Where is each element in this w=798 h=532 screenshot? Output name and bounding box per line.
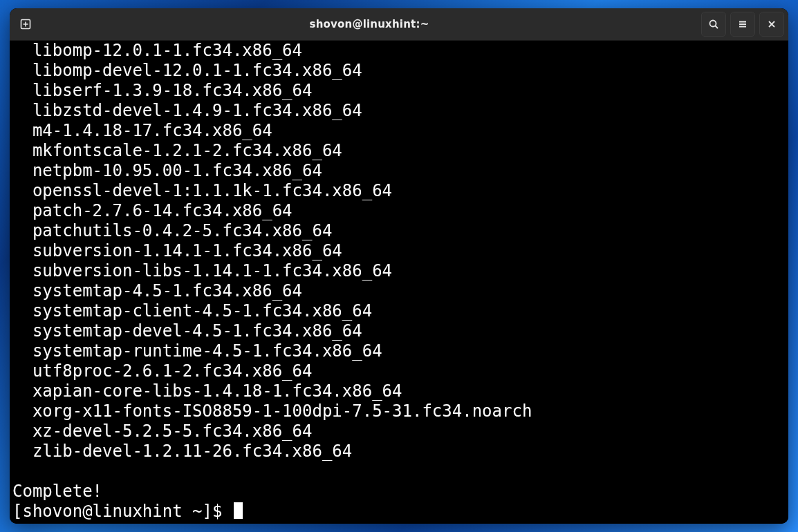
package-line: libserf-1.3.9-18.fc34.x86_64 — [12, 81, 786, 101]
package-name: systemtap-devel-4.5-1.fc34.x86_64 — [33, 321, 362, 341]
terminal-window: shovon@linuxhint:~ — [10, 8, 788, 524]
package-line: subversion-1.14.1-1.fc34.x86_64 — [12, 241, 786, 261]
package-name: mkfontscale-1.2.1-2.fc34.x86_64 — [33, 141, 342, 160]
package-line: openssl-devel-1:1.1.1k-1.fc34.x86_64 — [12, 181, 786, 201]
package-line: patchutils-0.4.2-5.fc34.x86_64 — [12, 221, 786, 241]
package-line: xapian-core-libs-1.4.18-1.fc34.x86_64 — [12, 381, 786, 401]
status-line: Complete! — [12, 482, 786, 502]
prompt-text: [shovon@linuxhint ~]$ — [12, 502, 232, 521]
package-name: utf8proc-2.6.1-2.fc34.x86_64 — [33, 361, 313, 381]
window-title: shovon@linuxhint:~ — [41, 18, 697, 30]
blank-line — [12, 462, 786, 482]
package-name: systemtap-runtime-4.5-1.fc34.x86_64 — [33, 341, 382, 361]
package-line: libomp-devel-12.0.1-1.fc34.x86_64 — [12, 61, 786, 81]
package-line: xz-devel-5.2.5-5.fc34.x86_64 — [12, 421, 786, 441]
package-line: mkfontscale-1.2.1-2.fc34.x86_64 — [12, 141, 786, 161]
package-name: subversion-1.14.1-1.fc34.x86_64 — [33, 241, 342, 260]
package-line: subversion-libs-1.14.1-1.fc34.x86_64 — [12, 261, 786, 281]
package-name: patchutils-0.4.2-5.fc34.x86_64 — [33, 221, 332, 240]
package-name: netpbm-10.95.00-1.fc34.x86_64 — [33, 161, 322, 180]
package-name: patch-2.7.6-14.fc34.x86_64 — [33, 201, 293, 220]
titlebar: shovon@linuxhint:~ — [10, 8, 788, 41]
package-name: subversion-libs-1.14.1-1.fc34.x86_64 — [33, 261, 392, 281]
menu-button[interactable] — [730, 12, 755, 37]
search-button[interactable] — [701, 12, 726, 37]
package-name: systemtap-4.5-1.fc34.x86_64 — [33, 281, 302, 301]
package-name: m4-1.4.18-17.fc34.x86_64 — [33, 121, 272, 140]
package-name: libomp-devel-12.0.1-1.fc34.x86_64 — [33, 61, 362, 80]
package-name: libserf-1.3.9-18.fc34.x86_64 — [33, 81, 313, 100]
package-name: systemtap-client-4.5-1.fc34.x86_64 — [33, 301, 372, 321]
package-line: systemtap-4.5-1.fc34.x86_64 — [12, 281, 786, 301]
package-name: zlib-devel-1.2.11-26.fc34.x86_64 — [33, 441, 352, 461]
package-line: m4-1.4.18-17.fc34.x86_64 — [12, 121, 786, 141]
package-line: systemtap-devel-4.5-1.fc34.x86_64 — [12, 321, 786, 341]
package-name: xorg-x11-fonts-ISO8859-1-100dpi-7.5-31.f… — [33, 401, 532, 421]
svg-line-4 — [716, 26, 718, 29]
new-tab-button[interactable] — [14, 12, 37, 36]
package-line: utf8proc-2.6.1-2.fc34.x86_64 — [12, 361, 786, 381]
package-name: xapian-core-libs-1.4.18-1.fc34.x86_64 — [33, 381, 402, 401]
package-line: libomp-12.0.1-1.fc34.x86_64 — [12, 41, 786, 61]
package-line: xorg-x11-fonts-ISO8859-1-100dpi-7.5-31.f… — [12, 401, 786, 421]
package-line: libzstd-devel-1.4.9-1.fc34.x86_64 — [12, 101, 786, 121]
package-line: netpbm-10.95.00-1.fc34.x86_64 — [12, 161, 786, 181]
prompt-line[interactable]: [shovon@linuxhint ~]$ — [12, 502, 786, 522]
package-line: patch-2.7.6-14.fc34.x86_64 — [12, 201, 786, 221]
package-line: zlib-devel-1.2.11-26.fc34.x86_64 — [12, 441, 786, 462]
svg-point-3 — [710, 21, 716, 27]
cursor — [234, 502, 243, 519]
close-button[interactable] — [759, 12, 784, 37]
package-line: systemtap-client-4.5-1.fc34.x86_64 — [12, 301, 786, 321]
package-name: libomp-12.0.1-1.fc34.x86_64 — [33, 41, 302, 60]
package-name: xz-devel-5.2.5-5.fc34.x86_64 — [33, 421, 313, 441]
package-line: systemtap-runtime-4.5-1.fc34.x86_64 — [12, 341, 786, 361]
package-name: openssl-devel-1:1.1.1k-1.fc34.x86_64 — [33, 181, 392, 200]
package-name: libzstd-devel-1.4.9-1.fc34.x86_64 — [33, 101, 362, 120]
terminal-viewport[interactable]: libomp-12.0.1-1.fc34.x86_64libomp-devel-… — [10, 41, 788, 524]
